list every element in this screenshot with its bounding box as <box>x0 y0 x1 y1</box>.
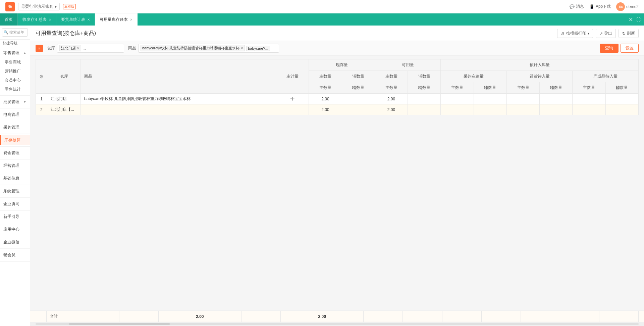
sidebar-section-header-inventory[interactable]: 库存核算 <box>0 135 30 145</box>
chevron-down-icon: ▾ <box>55 4 57 9</box>
warehouse-input[interactable]: 江北门店 ✕ ... <box>57 44 124 53</box>
product-input[interactable]: babycare学饮杯 儿童防摔防撞吸管杯重力球吸嘴杯宝宝水杯 ✕ babyca… <box>138 44 279 53</box>
sidebar-section-header-wechat[interactable]: 企业微信 <box>0 237 30 247</box>
scrollbar-thumb[interactable] <box>69 323 170 325</box>
sidebar-section-system: 系统管理 <box>0 185 30 198</box>
cell-pur-aux-1 <box>474 94 506 104</box>
product-tag-2: babycare?... <box>246 46 270 51</box>
cell-avail-aux-1 <box>408 94 441 104</box>
top-bar-right: 💬 消息 📱 App下载 Ea demo2 <box>570 2 639 11</box>
sidebar-section-header-newbie[interactable]: 新手引导 <box>0 212 30 222</box>
sidebar-section-header-ecommerce[interactable]: 电商管理 <box>0 110 30 120</box>
cell-unit-2 <box>276 104 309 115</box>
query-button[interactable]: 查询 <box>600 44 619 53</box>
table-body: 1 江北门店 babycare学饮杯 儿童防摔防撞吸管杯重力球吸嘴杯宝宝水杯 个… <box>36 94 639 115</box>
industry-selector[interactable]: 母婴行业演示账套 ▾ <box>18 3 60 10</box>
user-menu[interactable]: Ea demo2 <box>616 2 639 11</box>
dropdown-arrow-icon: ▾ <box>588 32 589 35</box>
cell-stock-aux-1 <box>342 94 375 104</box>
sidebar-section-header-system[interactable]: 系统管理 <box>0 186 30 196</box>
warehouse-more[interactable]: ... <box>83 46 86 51</box>
expand-filter-button[interactable]: » <box>36 45 43 52</box>
table-area: ⚙ 仓库 商品 主计量 现存量 可用量 预计入库量 主数量 辅数量 主数量 辅数… <box>30 56 644 311</box>
warehouse-label: 仓库 <box>47 45 55 51</box>
message-button[interactable]: 💬 消息 <box>570 4 584 9</box>
sidebar-section-inventory: 库存核算 <box>0 134 30 147</box>
close-tab-2-icon[interactable]: ✕ <box>87 18 90 21</box>
th-production-group: 产成品待入量 <box>573 71 639 82</box>
cell-prod-main-2 <box>573 104 605 115</box>
tab-shoufacun[interactable]: 收发存汇总表 ✕ <box>18 13 56 26</box>
sidebar-section-wholesale: 批发管理 ▼ <box>0 96 30 108</box>
sidebar-section-retail: 零售管理 ▲ 零售商城 营销推广 会员中心 零售统计 <box>0 47 30 96</box>
sidebar-item-retail-promo[interactable]: 营销推广 <box>0 67 30 76</box>
sidebar-section-header-operations[interactable]: 经营管理 <box>0 161 30 171</box>
settings-icon[interactable]: ⚙ <box>39 74 44 79</box>
sidebar-section-wechat: 企业微信 <box>0 236 30 249</box>
remove-warehouse-tag-icon[interactable]: ✕ <box>77 46 79 50</box>
cell-avail-main-1: 2.00 <box>375 94 408 104</box>
restore-icon[interactable]: ⛶ <box>636 16 641 23</box>
sidebar-section-member2: 畅会员 <box>0 249 30 262</box>
cell-stock-main-2: 2.00 <box>309 104 342 115</box>
cell-inc-main-1 <box>506 94 539 104</box>
th-avail-main: 主数量 <box>375 71 408 82</box>
warehouse-filter-group: 仓库 江北门店 ✕ ... <box>47 44 124 53</box>
sidebar-section-header-member2[interactable]: 畅会员 <box>0 250 30 260</box>
tab-keyongliang[interactable]: 可用量库存账本 ✕ <box>95 13 138 26</box>
th-incoming-group: 进货待入量 <box>506 71 573 82</box>
sidebar-section-header-wholesale[interactable]: 批发管理 ▼ <box>0 97 30 107</box>
sidebar-section-header-purchase[interactable]: 采购管理 <box>0 123 30 132</box>
print-button[interactable]: 🖨 按模板打印 ▾ <box>557 29 593 38</box>
total-spacer-1 <box>36 311 46 322</box>
total-product <box>80 311 119 322</box>
th-purchase-group: 采购在途量 <box>441 71 507 82</box>
close-tab-1-icon[interactable]: ✕ <box>49 18 51 21</box>
app-download-button[interactable]: 📱 App下载 <box>589 4 611 9</box>
sidebar-item-retail-mall[interactable]: 零售商城 <box>0 58 30 67</box>
sidebar-section-header-basic[interactable]: 基础信息 <box>0 174 30 183</box>
search-menu-button[interactable]: 🔍 搜索菜单 <box>2 28 28 37</box>
cell-product-1: babycare学饮杯 儿童防摔防撞吸管杯重力球吸嘴杯宝宝水杯 <box>81 94 276 104</box>
horizontal-scrollbar[interactable] <box>30 322 644 326</box>
message-icon: 💬 <box>570 4 575 9</box>
refresh-button[interactable]: ↻ 刷新 <box>619 29 639 38</box>
total-row: 合计 2.00 2.00 <box>36 311 639 322</box>
cell-inc-aux-2 <box>540 104 573 115</box>
tab-home[interactable]: 首页 <box>0 13 18 26</box>
th-incoming-aux: 辅数量 <box>540 82 573 94</box>
filter-actions: 查询 设置 <box>600 44 639 53</box>
th-production-aux: 辅数量 <box>605 82 638 94</box>
total-label: 合计 <box>46 311 80 322</box>
cell-seq-2: 2 <box>36 104 47 115</box>
settings-button[interactable]: 设置 <box>621 44 639 53</box>
close-all-icon[interactable]: ✕ <box>628 16 634 24</box>
th-incoming-main: 主数量 <box>506 82 539 94</box>
page-header: 可用量查询(按仓库+商品) 🖨 按模板打印 ▾ ↗ 导出 ↻ 刷新 <box>30 26 644 41</box>
table-row: 1 江北门店 babycare学饮杯 儿童防摔防撞吸管杯重力球吸嘴杯宝宝水杯 个… <box>36 94 639 104</box>
product-label: 商品 <box>128 45 136 51</box>
sidebar-section-header-finance[interactable]: 资金管理 <box>0 148 30 158</box>
total-prod-aux <box>599 311 638 322</box>
sidebar-section-operations: 经营管理 <box>0 159 30 172</box>
total-unit <box>119 311 158 322</box>
cell-product-2 <box>81 104 276 115</box>
sidebar-section-header-retail[interactable]: 零售管理 ▲ <box>0 48 30 58</box>
cell-pur-main-2 <box>441 104 474 115</box>
export-button[interactable]: ↗ 导出 <box>596 29 616 38</box>
close-tab-3-icon[interactable]: ✕ <box>130 18 132 21</box>
th-production-main: 主数量 <box>573 82 605 94</box>
remove-product-tag1-icon[interactable]: ✕ <box>240 46 243 50</box>
sidebar-section-header-enterprise[interactable]: 企业协同 <box>0 199 30 209</box>
printer-icon: 🖨 <box>561 31 565 36</box>
tab-yaohuo[interactable]: 要货单统计表 ✕ <box>56 13 95 26</box>
sidebar-item-retail-member[interactable]: 会员中心 <box>0 76 30 85</box>
table-footer: 合计 2.00 2.00 <box>30 311 644 322</box>
total-pur-aux <box>442 311 481 322</box>
sidebar-item-quick-nav[interactable]: 快捷导航 <box>0 40 30 47</box>
sidebar-section-header-appcenter[interactable]: 应用中心 <box>0 225 30 234</box>
sidebar-item-retail-stats[interactable]: 零售统计 <box>0 85 30 94</box>
product-tag-1: babycare学饮杯 儿童防摔防撞吸管杯重力球吸嘴杯宝宝水杯 ✕ <box>141 45 245 51</box>
total-inc-aux <box>521 311 560 322</box>
search-icon: 🔍 <box>4 30 8 35</box>
